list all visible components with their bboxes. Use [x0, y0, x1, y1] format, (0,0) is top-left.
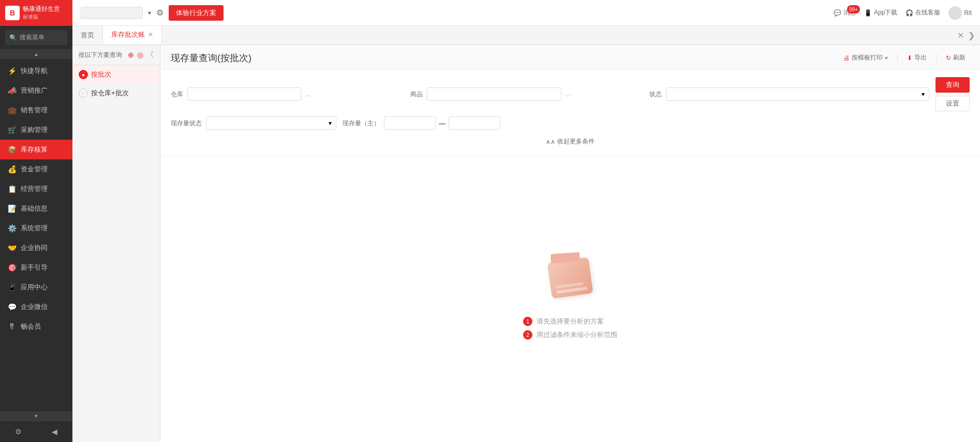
filter-row-2: 现存量状态 ▾ 现存量（主） — [171, 116, 970, 130]
sidebar-item-marketing[interactable]: 📣 营销推广 [0, 81, 72, 100]
product-label: 商品 [410, 90, 423, 99]
sidebar-item-finance[interactable]: 💰 资金管理 [0, 159, 72, 179]
avatar [948, 6, 962, 20]
stock-status-select[interactable]: ▾ [206, 116, 336, 130]
action-buttons: 查询 设置 [936, 77, 970, 111]
by-batch-icon: ● [79, 70, 88, 79]
export-button[interactable]: ⬇ 导出 [903, 51, 931, 64]
tab-close-button[interactable]: ✕ [148, 31, 153, 38]
topbar-search-input[interactable] [81, 7, 143, 19]
topbar-gear-icon[interactable]: ⚙ [156, 8, 164, 18]
topbar-actions: 💬 消息 99+ 📱 App下载 🎧 在线客服 Rit [834, 6, 972, 20]
print-button[interactable]: 🖨 按模板打印 ▾ [839, 51, 892, 64]
hint-number-1: 1 [523, 317, 532, 326]
search-icon: 🔍 [9, 34, 17, 41]
sidebar-item-sales[interactable]: 💼 销售管理 [0, 100, 72, 120]
print-dropdown-icon[interactable]: ▾ [885, 54, 888, 62]
sidebar-item-inventory[interactable]: 📦 库存核算 [0, 140, 72, 159]
warehouse-input[interactable] [187, 87, 301, 101]
purchase-icon: 🛒 [7, 125, 17, 135]
hint-number-2: 2 [523, 330, 532, 340]
left-panel-header: 按以下方案查询 ⊕ ◎ 《 [72, 45, 160, 65]
close-panel-button[interactable]: ✕ [957, 31, 964, 40]
product-more-button[interactable]: ... [566, 91, 571, 98]
messages-badge: 99+ [847, 5, 860, 13]
stock-qty-label: 现存量（主） [343, 119, 380, 128]
empty-hint-1: 1 请先选择要分析的方案 [523, 317, 617, 326]
divider-2 [936, 54, 937, 62]
collapse-left-panel-button[interactable]: 《 [146, 50, 154, 60]
scroll-down-button[interactable]: ▼ [0, 412, 72, 420]
tab-close-area: ✕ ❯ [957, 31, 980, 40]
stock-qty-filter-group: 现存量（主） — [343, 116, 500, 130]
topbar-dropdown-icon[interactable]: ▾ [148, 9, 151, 17]
sidebar-nav: ⚡ 快捷导航 📣 营销推广 💼 销售管理 🛒 采购管理 📦 库存核算 💰 资金管… [0, 59, 72, 411]
messages-button[interactable]: 💬 消息 99+ [834, 8, 856, 17]
stock-qty-max-input[interactable] [449, 116, 500, 130]
tabbar: 首页 库存批次账 ✕ ✕ ❯ [72, 26, 980, 45]
tab-home[interactable]: 首页 [72, 26, 103, 44]
left-panel-item-by-warehouse-batch[interactable]: ○ 按仓库+批次 [72, 84, 160, 102]
sidebar-item-enterprise[interactable]: 🤝 企业协同 [0, 238, 72, 258]
warehouse-label: 仓库 [171, 90, 183, 99]
product-input[interactable] [427, 87, 561, 101]
stock-status-label: 现存量状态 [171, 119, 202, 128]
search-menu-button[interactable]: 🔍 搜索菜单 [5, 30, 67, 45]
sidebar-item-app-center[interactable]: 📱 应用中心 [0, 277, 72, 297]
sidebar-search-area: 🔍 搜索菜单 [0, 26, 72, 50]
page-title: 现存量查询(按批次) [171, 52, 251, 64]
sidebar-item-new-guide[interactable]: 🎯 新手引导 [0, 258, 72, 277]
status-select[interactable]: ▾ [666, 87, 929, 101]
sidebar-item-operations[interactable]: 📋 经营管理 [0, 179, 72, 199]
by-warehouse-batch-icon: ○ [79, 89, 88, 98]
collapse-row[interactable]: ∧∧ 收起更多条件 [171, 135, 970, 148]
status-dropdown-icon: ▾ [922, 91, 925, 98]
message-icon: 💬 [834, 9, 841, 17]
empty-hint-text: 1 请先选择要分析的方案 2 用过滤条件来缩小分析范围 [523, 317, 617, 344]
sidebar-item-quick-nav[interactable]: ⚡ 快捷导航 [0, 61, 72, 81]
user-avatar-button[interactable]: Rit [948, 6, 972, 20]
page-header-actions: 🖨 按模板打印 ▾ ⬇ 导出 ↻ 刷新 [839, 51, 970, 64]
warehouse-filter-group: 仓库 ... [171, 87, 404, 101]
settings-footer-button[interactable]: ⚙ [13, 425, 24, 438]
topbar: ▾ ⚙ 体验行业方案 💬 消息 99+ 📱 App下载 🎧 在线客服 Rit [72, 0, 980, 26]
enterprise-wechat-icon: 💬 [7, 302, 17, 312]
warehouse-more-button[interactable]: ... [305, 91, 310, 98]
tab-batch[interactable]: 库存批次账 ✕ [103, 26, 162, 45]
settings-button[interactable]: 设置 [936, 96, 970, 111]
scroll-up-area: ▲ [0, 50, 72, 59]
export-icon: ⬇ [907, 54, 912, 62]
username: Rit [964, 9, 972, 17]
page-header: 现存量查询(按批次) 🖨 按模板打印 ▾ ⬇ 导出 ↻ 刷 [160, 45, 980, 70]
sidebar-item-basic-info[interactable]: 📝 基础信息 [0, 199, 72, 218]
quick-nav-icon: ⚡ [7, 66, 17, 76]
sidebar-item-system[interactable]: ⚙️ 系统管理 [0, 218, 72, 238]
refresh-icon: ↻ [946, 54, 951, 62]
status-filter-group: 状态 ▾ [649, 87, 929, 101]
left-panel-item-by-batch[interactable]: ● 按批次 [72, 65, 160, 84]
add-scheme-button[interactable]: ⊕ [128, 51, 134, 59]
collapse-sidebar-button[interactable]: ◀ [50, 425, 60, 438]
refresh-button[interactable]: ↻ 刷新 [942, 51, 970, 64]
settings-scheme-button[interactable]: ◎ [137, 51, 143, 59]
stock-status-dropdown-icon: ▾ [329, 120, 332, 127]
trial-button[interactable]: 体验行业方案 [169, 5, 224, 21]
online-service-button[interactable]: 🎧 在线客服 [905, 8, 940, 17]
stock-qty-min-input[interactable] [384, 116, 436, 130]
right-panel: 现存量查询(按批次) 🖨 按模板打印 ▾ ⬇ 导出 ↻ 刷 [160, 45, 980, 442]
sidebar-item-purchase[interactable]: 🛒 采购管理 [0, 120, 72, 140]
app-download-button[interactable]: 📱 App下载 [864, 8, 897, 17]
system-icon: ⚙️ [7, 224, 17, 233]
query-button[interactable]: 查询 [936, 77, 970, 93]
sidebar-item-enterprise-wechat[interactable]: 💬 企业微信 [0, 297, 72, 317]
sidebar: B 畅康通好生意 标准版 🔍 搜索菜单 ▲ ⚡ 快捷导航 📣 营销推广 💼 销售… [0, 0, 72, 442]
scroll-up-button[interactable]: ▲ [0, 51, 72, 58]
divider-1 [897, 54, 898, 62]
stock-status-filter-group: 现存量状态 ▾ [171, 116, 336, 130]
left-panel: 按以下方案查询 ⊕ ◎ 《 ● 按批次 ○ 按仓库+批次 [72, 45, 160, 442]
sidebar-item-membership[interactable]: 🎖 畅会员 [0, 317, 72, 336]
operations-icon: 📋 [7, 184, 17, 194]
empty-illustration [544, 255, 596, 306]
expand-panel-button[interactable]: ❯ [968, 31, 975, 40]
app-logo: B [5, 6, 20, 20]
